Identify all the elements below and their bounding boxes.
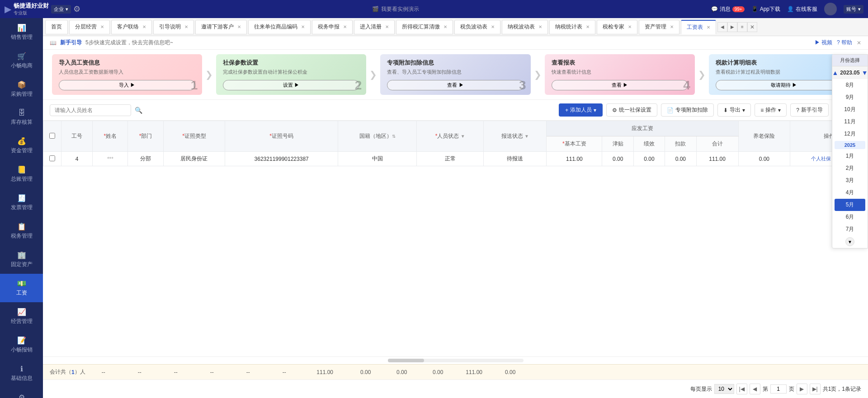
collapse-month-panel-btn[interactable]: ▼ — [845, 237, 854, 246]
month-item-9[interactable]: 9月 — [832, 91, 868, 103]
month-year-down-btn[interactable]: ▼ — [862, 68, 868, 77]
sidebar-item-purchase[interactable]: 📦 采购管理 — [0, 75, 43, 103]
tab-asset[interactable]: 税检专家 ✕ — [597, 20, 637, 34]
tab-clearance[interactable]: 进入清册 ✕ — [354, 20, 395, 34]
month-item-7[interactable]: 7月 — [832, 223, 868, 235]
row-checkbox[interactable] — [49, 155, 55, 161]
tab-nav-next[interactable]: ▶ — [727, 22, 737, 32]
demo-link-text[interactable]: 我要看实例演示 — [381, 5, 419, 13]
demo-link-area[interactable]: 🎬 我要看实例演示 — [372, 5, 419, 13]
tab-tax-stats-close[interactable]: ✕ — [538, 24, 542, 29]
tab-tax-expert-close[interactable]: ✕ — [586, 24, 590, 29]
month-item-11[interactable]: 11月 — [832, 116, 868, 128]
tab-partition-close[interactable]: ✕ — [100, 24, 104, 29]
new-guide-btn[interactable]: ? 新手引导 — [790, 103, 829, 117]
filter-status-icon[interactable]: ▼ — [461, 134, 465, 139]
sidebar-item-tax[interactable]: 📋 税务管理 — [0, 217, 43, 245]
tab-tax-stats[interactable]: 纳税波动表 ✕ — [502, 20, 548, 34]
month-item-4[interactable]: 4月 — [832, 187, 868, 199]
sidebar-item-ecommerce[interactable]: 🛒 小畅电商 — [0, 47, 43, 75]
per-page-select[interactable]: 10 20 50 — [714, 384, 734, 394]
month-item-6[interactable]: 6月 — [832, 211, 868, 223]
sidebar-item-inventory[interactable]: 🗄 库存核算 — [0, 103, 43, 131]
tab-invite[interactable]: 邀请下游客户 ✕ — [195, 20, 247, 34]
export-btn[interactable]: ⬇ 导出 ▾ — [717, 103, 751, 117]
tab-customer[interactable]: 客户联络 ✕ — [111, 20, 152, 34]
user-avatar[interactable] — [824, 3, 837, 15]
tab-nav-prev[interactable]: ◀ — [717, 22, 727, 32]
tab-invite-close[interactable]: ✕ — [237, 24, 241, 29]
tab-unit-code-close[interactable]: ✕ — [301, 24, 305, 29]
sidebar-item-fixedassets[interactable]: 🏢 固定资产 — [0, 245, 43, 274]
search-input[interactable] — [50, 104, 131, 116]
month-item-12[interactable]: 12月 — [832, 128, 868, 140]
tab-close-all[interactable]: ✕ — [747, 22, 757, 32]
page-next-btn[interactable]: ▶ — [797, 384, 807, 394]
scroll-thumb[interactable] — [388, 359, 424, 362]
tab-clearance-close[interactable]: ✕ — [385, 24, 389, 29]
tab-salary-close[interactable]: ✕ — [707, 25, 710, 30]
scroll-track[interactable] — [388, 359, 524, 362]
tab-tax-report[interactable]: 税务申报 ✕ — [312, 20, 353, 34]
tab-tax-calc-close[interactable]: ✕ — [443, 24, 447, 29]
month-item-8[interactable]: 8月 — [832, 79, 868, 91]
special-deduct-btn[interactable]: 📄 专项附加扣除 — [661, 103, 714, 117]
month-year-up-btn[interactable]: ▲ — [832, 68, 838, 77]
search-button[interactable]: 🔍 — [135, 107, 142, 114]
tab-unit-code[interactable]: 往来单位商品编码 ✕ — [248, 20, 311, 34]
online-service-btn[interactable]: 👤 在线客服 — [787, 5, 817, 13]
tab-asset2[interactable]: 资产管理 ✕ — [639, 20, 679, 34]
tab-partition[interactable]: 分层经营 ✕ — [69, 20, 110, 34]
tab-home[interactable]: 首页 — [45, 20, 68, 34]
page-prev-btn[interactable]: ◀ — [750, 384, 760, 394]
operations-btn[interactable]: ≡ 操作 ▾ — [755, 103, 787, 117]
tab-tax-calc[interactable]: 所得税汇算清缴 ✕ — [396, 20, 453, 34]
tab-asset2-close[interactable]: ✕ — [670, 24, 674, 29]
tab-asset-close[interactable]: ✕ — [628, 24, 632, 29]
add-person-button[interactable]: + 添加人员 ▾ — [559, 103, 603, 117]
sidebar-item-operations[interactable]: 📈 经营管理 — [0, 302, 43, 331]
month-item-2[interactable]: 2月 — [832, 162, 868, 174]
horizontal-scroll-area[interactable] — [43, 356, 868, 364]
step-3-btn[interactable]: 查看 ▶ — [387, 80, 524, 90]
page-first-btn[interactable]: |◀ — [736, 384, 747, 394]
messages-btn[interactable]: 💬 消息 99+ — [711, 5, 745, 13]
td-checkbox[interactable] — [43, 152, 61, 166]
app-download-btn[interactable]: 📱 App下载 — [751, 5, 780, 13]
month-item-10[interactable]: 10月 — [832, 103, 868, 116]
step-1-btn[interactable]: 导入 ▶ — [59, 80, 195, 90]
unified-settings-btn[interactable]: ⚙ 统一社保设置 — [606, 103, 657, 117]
action-social-insurance[interactable]: 个人社保 — [811, 156, 831, 161]
guide-video-link[interactable]: ▶ 视频 — [815, 39, 832, 47]
sidebar-item-sales[interactable]: 📊 销售管理 — [0, 18, 43, 47]
sidebar-item-crm[interactable]: 📝 小畅报销 — [0, 331, 43, 359]
sidebar-item-ledger[interactable]: 📒 总账管理 — [0, 160, 43, 188]
tab-tax-report-close[interactable]: ✕ — [343, 24, 347, 29]
select-all-checkbox[interactable] — [49, 133, 55, 139]
settings-icon[interactable]: ⚙ — [73, 4, 80, 14]
tab-guide-close[interactable]: ✕ — [184, 24, 188, 29]
user-menu[interactable]: 账号 ▾ — [844, 5, 863, 14]
sidebar-item-salary[interactable]: 💵 工资 — [0, 274, 43, 302]
guide-close-btn[interactable]: ✕ — [857, 40, 861, 46]
sidebar-item-basic[interactable]: ℹ 基础信息 — [0, 359, 43, 388]
page-last-btn[interactable]: ▶| — [810, 384, 821, 394]
tab-nav-list[interactable]: ≡ — [737, 22, 747, 32]
tab-tax-expert[interactable]: 纳税统计表 ✕ — [549, 20, 595, 34]
step-2-btn[interactable]: 设置 ▶ — [223, 80, 359, 90]
sidebar-item-system[interactable]: ⚙ 系统管理 — [0, 388, 43, 398]
current-page-input[interactable] — [770, 384, 787, 393]
sort-nationality-icon[interactable]: ⇅ — [392, 134, 396, 139]
tab-guide-tab[interactable]: 引导说明 ✕ — [153, 20, 194, 34]
guide-help-link[interactable]: ? 帮助 — [837, 39, 852, 47]
filter-report-icon[interactable]: ▼ — [524, 134, 529, 139]
month-item-5[interactable]: 5月 — [835, 199, 865, 211]
tab-customer-close[interactable]: ✕ — [142, 24, 146, 29]
sidebar-item-invoice[interactable]: 🧾 发票管理 — [0, 188, 43, 217]
company-selector[interactable]: 企业 ▾ — [51, 5, 71, 14]
step-4-btn[interactable]: 查看 ▶ — [552, 80, 688, 90]
tab-salary-tab[interactable]: 工资表 ✕ — [681, 20, 716, 34]
tab-tax-relief[interactable]: 税负波动表 ✕ — [454, 20, 500, 34]
sidebar-item-finance[interactable]: 💰 资金管理 — [0, 131, 43, 160]
month-item-3[interactable]: 3月 — [832, 174, 868, 187]
